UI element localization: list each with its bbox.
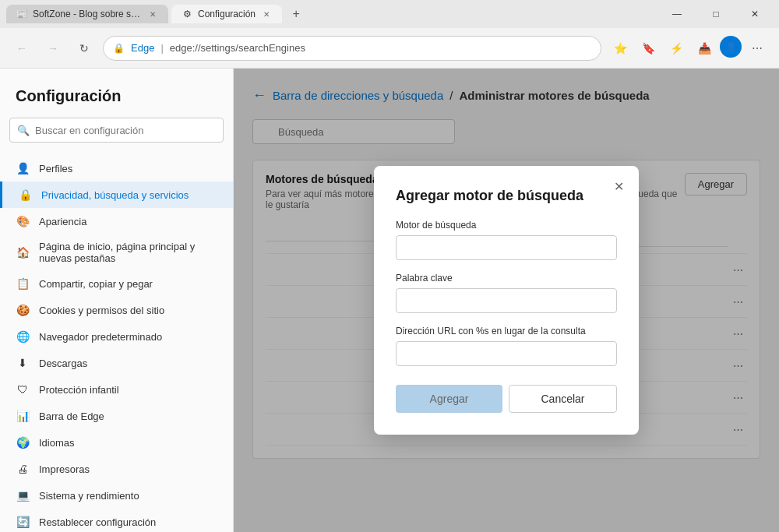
form-group-keyword: Palabra clave	[396, 273, 617, 313]
sidebar-item-label-apariencia: Apariencia	[39, 216, 86, 227]
tab-settings-favicon: ⚙	[181, 8, 193, 20]
tab-softzone[interactable]: 📰 SoftZone - Blog sobre software... ✕	[6, 5, 168, 23]
barra-icon: 📊	[16, 409, 30, 423]
sidebar-item-compartir[interactable]: 📋 Compartir, copiar y pegar	[0, 270, 233, 297]
inicio-icon: 🏠	[16, 245, 30, 259]
keyword-label: Palabra clave	[396, 273, 617, 284]
toolbar-action-4[interactable]: 📥	[692, 36, 717, 61]
sidebar-title: Configuración	[0, 81, 233, 118]
address-favicon: 🔒	[113, 43, 125, 54]
address-bar[interactable]: 🔒 Edge | edge://settings/searchEngines	[103, 36, 601, 61]
tab-softzone-title: SoftZone - Blog sobre software...	[33, 9, 142, 19]
sidebar-item-cookies[interactable]: 🍪 Cookies y permisos del sitio	[0, 297, 233, 323]
dialog-confirm-button[interactable]: Agregar	[396, 385, 502, 413]
sidebar-item-proteccion[interactable]: 🛡 Protección infantil	[0, 376, 233, 403]
apariencia-icon: 🎨	[16, 214, 30, 228]
sidebar-search-wrapper: 🔍	[9, 118, 224, 143]
idiomas-icon: 🌍	[16, 435, 30, 449]
sidebar-item-label-barra: Barra de Edge	[39, 410, 104, 422]
sidebar-item-label-impresoras: Impresoras	[39, 463, 90, 475]
keyword-input[interactable]	[396, 288, 617, 313]
sidebar-item-navegador[interactable]: 🌐 Navegador predeterminado	[0, 323, 233, 350]
proteccion-icon: 🛡	[16, 382, 30, 396]
tab-softzone-favicon: 📰	[16, 8, 28, 20]
form-group-engine: Motor de búsqueda	[396, 220, 617, 260]
add-engine-dialog: Agregar motor de búsqueda ✕ Motor de bús…	[374, 166, 639, 435]
cookies-icon: 🍪	[16, 303, 30, 317]
sidebar-item-apariencia[interactable]: 🎨 Apariencia	[0, 208, 233, 234]
refresh-button[interactable]: ↻	[72, 36, 97, 61]
sidebar-item-label-privacidad: Privacidad, búsqueda y servicios	[41, 189, 189, 201]
engine-name-input[interactable]	[396, 235, 617, 260]
sidebar-item-privacidad[interactable]: 🔒 Privacidad, búsqueda y servicios	[0, 181, 233, 208]
restablecer-icon: 🔄	[16, 515, 30, 529]
privacidad-icon: 🔒	[18, 188, 32, 202]
sidebar-item-inicio[interactable]: 🏠 Página de inicio, página principal y n…	[0, 234, 233, 270]
main-content: Configuración 🔍 👤 Perfiles 🔒 Privacidad,…	[0, 69, 779, 532]
address-separator: |	[160, 42, 163, 54]
sidebar-item-restablecer[interactable]: 🔄 Restablecer configuración	[0, 509, 233, 532]
sidebar-item-perfiles[interactable]: 👤 Perfiles	[0, 155, 233, 181]
tab-settings-title: Configuración	[198, 9, 256, 19]
tab-settings[interactable]: ⚙ Configuración ✕	[171, 5, 282, 23]
browser-toolbar: ← → ↻ 🔒 Edge | edge://settings/searchEng…	[0, 28, 779, 69]
page-content: ← Barra de direcciones y búsqueda / Admi…	[234, 69, 779, 532]
sidebar-item-idiomas[interactable]: 🌍 Idiomas	[0, 429, 233, 456]
sidebar-item-label-cookies: Cookies y permisos del sitio	[39, 305, 164, 316]
sidebar-item-label-restablecer: Restablecer configuración	[39, 516, 156, 528]
impresoras-icon: 🖨	[16, 462, 30, 476]
dialog-cancel-button[interactable]: Cancelar	[509, 385, 617, 413]
compartir-icon: 📋	[16, 277, 30, 291]
sidebar-item-barra[interactable]: 📊 Barra de Edge	[0, 403, 233, 429]
sidebar-item-label-compartir: Compartir, copiar y pegar	[39, 278, 153, 290]
engine-name-label: Motor de búsqueda	[396, 220, 617, 231]
sidebar-item-descargas[interactable]: ⬇ Descargas	[0, 350, 233, 376]
profile-button[interactable]: 👤	[720, 36, 742, 58]
sistema-icon: 💻	[16, 488, 30, 502]
address-brand: Edge	[131, 42, 154, 54]
form-group-url: Dirección URL con %s en lugar de la cons…	[396, 326, 617, 366]
sidebar: Configuración 🔍 👤 Perfiles 🔒 Privacidad,…	[0, 69, 234, 532]
sidebar-item-impresoras[interactable]: 🖨 Impresoras	[0, 456, 233, 482]
sidebar-item-label-inicio: Página de inicio, página principal y nue…	[39, 241, 217, 264]
sidebar-item-label-descargas: Descargas	[39, 358, 87, 369]
tab-softzone-close[interactable]: ✕	[146, 8, 159, 20]
back-button[interactable]: ←	[9, 36, 34, 61]
maximize-button[interactable]: □	[698, 0, 734, 28]
sidebar-item-label-perfiles: Perfiles	[39, 163, 72, 174]
address-url: edge://settings/searchEngines	[170, 42, 305, 54]
sidebar-search-icon: 🔍	[17, 125, 30, 136]
toolbar-action-2[interactable]: 🔖	[636, 36, 661, 61]
tab-settings-close[interactable]: ✕	[260, 8, 273, 20]
url-input[interactable]	[396, 341, 617, 366]
descargas-icon: ⬇	[16, 356, 30, 370]
perfiles-icon: 👤	[16, 161, 30, 175]
toolbar-action-1[interactable]: ⭐	[608, 36, 633, 61]
forward-button[interactable]: →	[41, 36, 65, 61]
close-button[interactable]: ✕	[737, 0, 773, 28]
modal-overlay: Agregar motor de búsqueda ✕ Motor de bús…	[234, 69, 779, 532]
window-controls: — □ ✕	[659, 0, 773, 28]
sidebar-item-label-proteccion: Protección infantil	[39, 384, 119, 396]
navegador-icon: 🌐	[16, 329, 30, 344]
more-button[interactable]: ⋯	[745, 36, 770, 61]
sidebar-item-label-navegador: Navegador predeterminado	[39, 331, 162, 343]
url-label: Dirección URL con %s en lugar de la cons…	[396, 326, 617, 336]
dialog-actions: Agregar Cancelar	[396, 385, 617, 413]
minimize-button[interactable]: —	[659, 0, 695, 28]
title-bar: 📰 SoftZone - Blog sobre software... ✕ ⚙ …	[0, 0, 779, 28]
new-tab-button[interactable]: +	[285, 3, 307, 25]
sidebar-item-sistema[interactable]: 💻 Sistema y rendimiento	[0, 482, 233, 509]
sidebar-search-input[interactable]	[9, 118, 224, 143]
toolbar-actions: ⭐ 🔖 ⚡ 📥 👤 ⋯	[608, 36, 770, 61]
sidebar-item-label-sistema: Sistema y rendimiento	[39, 490, 139, 502]
toolbar-action-3[interactable]: ⚡	[664, 36, 689, 61]
dialog-title: Agregar motor de búsqueda	[396, 188, 617, 204]
dialog-close-button[interactable]: ✕	[608, 175, 629, 197]
sidebar-item-label-idiomas: Idiomas	[39, 437, 75, 449]
